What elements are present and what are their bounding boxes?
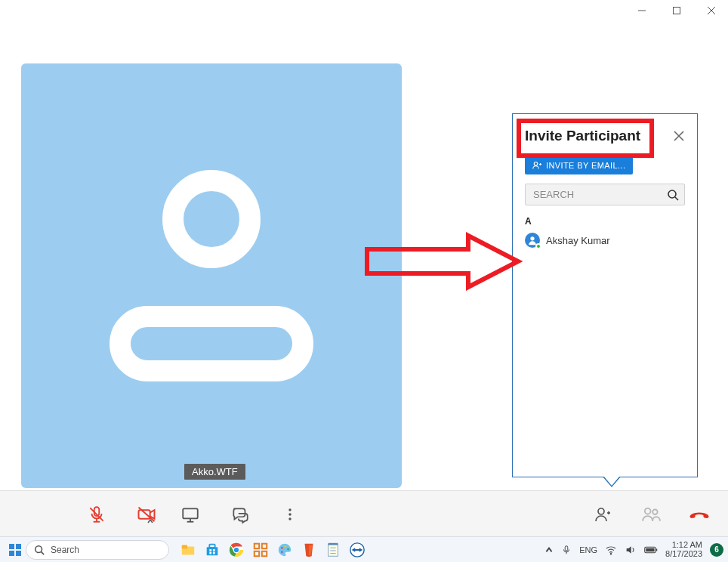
share-screen-button[interactable] (177, 501, 204, 528)
clock-date: 8/17/2023 (665, 550, 702, 559)
wifi-tray-icon[interactable] (605, 544, 617, 556)
mute-mic-button[interactable] (83, 501, 110, 528)
svg-point-51 (285, 545, 287, 548)
svg-rect-41 (209, 551, 211, 554)
svg-point-50 (281, 546, 283, 548)
paint-icon[interactable] (276, 542, 293, 558)
svg-point-33 (35, 545, 42, 552)
end-call-button[interactable] (686, 501, 713, 528)
language-tray-icon[interactable]: ENG (579, 545, 597, 554)
svg-point-52 (287, 548, 289, 550)
svg-point-24 (598, 508, 604, 514)
svg-rect-29 (9, 544, 14, 549)
call-controls (0, 490, 728, 537)
svg-rect-49 (262, 551, 267, 555)
svg-point-27 (645, 508, 651, 514)
svg-rect-60 (565, 545, 568, 550)
svg-rect-64 (646, 548, 654, 551)
svg-rect-47 (262, 543, 267, 548)
notifications-badge[interactable]: 6 (710, 543, 723, 557)
svg-rect-48 (254, 551, 259, 555)
clock-time: 1:12 AM (665, 541, 702, 550)
svg-rect-36 (182, 545, 187, 548)
svg-point-6 (534, 162, 538, 166)
contact-name: Akshay Kumar (546, 235, 610, 246)
microphone-tray-icon[interactable] (561, 545, 572, 555)
chrome-icon[interactable] (228, 542, 245, 558)
close-window-button[interactable] (695, 0, 728, 21)
svg-rect-65 (656, 548, 658, 551)
avatar (525, 233, 540, 248)
windows-taskbar: Search ENG 1:12 AM 8/17/2023 6 (0, 536, 728, 562)
svg-rect-32 (16, 551, 21, 556)
annotation-box (517, 119, 654, 158)
tray-chevron-icon[interactable] (544, 545, 554, 554)
chat-button[interactable] (227, 501, 254, 528)
close-icon[interactable] (673, 130, 685, 142)
svg-point-22 (288, 513, 291, 515)
invite-panel: Invite Participant INVITE BY EMAIL... A … (512, 113, 698, 477)
minimize-button[interactable] (625, 0, 659, 21)
add-user-icon (532, 161, 541, 170)
svg-rect-38 (209, 544, 214, 548)
svg-rect-46 (254, 543, 259, 548)
start-button[interactable] (5, 539, 26, 560)
camera-options-chevron[interactable] (147, 517, 154, 525)
svg-rect-39 (209, 549, 211, 551)
popover-caret (603, 477, 621, 487)
notepad-icon[interactable] (325, 542, 341, 558)
participant-video-tile[interactable] (21, 63, 402, 488)
maximize-button[interactable] (660, 0, 693, 21)
presence-online-icon (535, 243, 541, 249)
invite-by-email-label: INVITE BY EMAIL... (546, 161, 625, 170)
app-icon[interactable] (252, 542, 269, 558)
invite-by-email-button[interactable]: INVITE BY EMAIL... (525, 156, 633, 174)
search-icon (34, 545, 45, 555)
svg-line-34 (42, 551, 45, 554)
invite-participant-button[interactable] (589, 501, 616, 528)
svg-point-9 (668, 190, 676, 198)
microsoft-store-icon[interactable] (204, 542, 221, 558)
participants-list-button[interactable] (637, 501, 665, 528)
svg-rect-31 (9, 551, 14, 556)
svg-line-10 (675, 197, 678, 200)
default-avatar-icon (98, 140, 325, 412)
svg-rect-30 (16, 544, 21, 549)
svg-point-28 (652, 509, 658, 514)
svg-point-62 (610, 553, 611, 554)
window-controls (625, 0, 728, 21)
svg-point-21 (288, 508, 291, 511)
contact-section-letter: A (525, 216, 685, 227)
svg-rect-58 (329, 542, 338, 545)
contact-item[interactable]: Akshay Kumar (525, 233, 685, 248)
battery-tray-icon[interactable] (644, 545, 658, 554)
taskbar-search[interactable]: Search (26, 540, 169, 560)
teamviewer-icon[interactable] (349, 542, 366, 558)
more-options-button[interactable] (276, 501, 304, 528)
file-explorer-icon[interactable] (180, 542, 196, 558)
app-icon[interactable] (301, 542, 317, 558)
svg-point-23 (288, 517, 291, 520)
svg-rect-42 (213, 551, 215, 554)
search-input[interactable] (525, 184, 685, 205)
svg-rect-40 (213, 549, 215, 551)
participant-name-badge: Akko.WTF (184, 464, 245, 480)
volume-tray-icon[interactable] (625, 544, 637, 556)
svg-point-53 (281, 551, 283, 553)
taskbar-clock[interactable]: 1:12 AM 8/17/2023 (665, 541, 702, 558)
svg-point-11 (530, 236, 534, 240)
svg-rect-18 (183, 508, 198, 518)
svg-rect-1 (674, 8, 680, 14)
search-icon (667, 189, 679, 201)
taskbar-search-label: Search (51, 545, 79, 555)
